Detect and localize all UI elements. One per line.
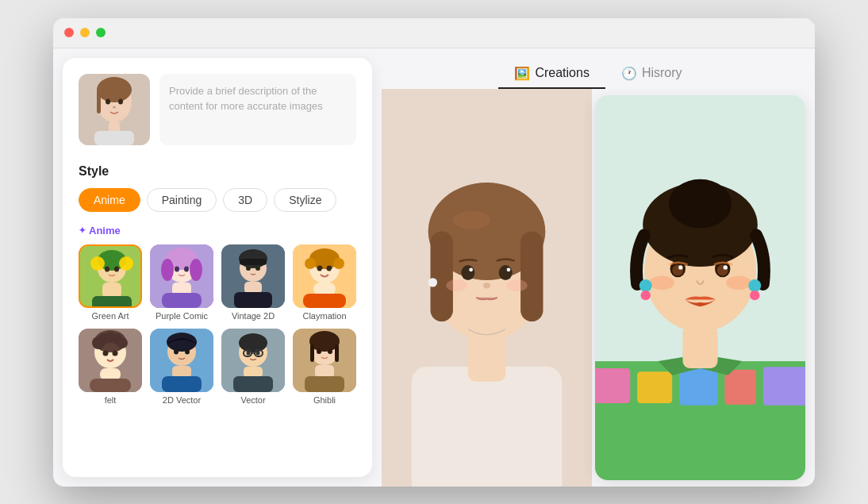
svg-point-94	[469, 267, 473, 271]
tab-creations[interactable]: 🖼️ Creations	[498, 60, 605, 89]
right-panel: 🖼️ Creations 🕐 Hisrory	[382, 48, 815, 487]
style-tabs: Anime Painting 3D Stylize	[79, 188, 356, 212]
anime-section-label: Anime	[79, 225, 356, 237]
svg-point-53	[117, 337, 128, 348]
svg-rect-83	[305, 376, 344, 392]
svg-point-115	[678, 265, 682, 269]
tab-history[interactable]: 🕐 Hisrory	[605, 60, 698, 89]
style-vintage-2d[interactable]: Vintage 2D	[221, 244, 285, 321]
left-panel: Provide a brief description of the conte…	[63, 58, 372, 477]
svg-point-92	[461, 265, 474, 280]
svg-point-39	[333, 258, 344, 269]
svg-point-6	[113, 106, 116, 108]
creations-icon: 🖼️	[514, 66, 530, 81]
style-felt[interactable]: felt	[79, 329, 142, 405]
svg-point-96	[483, 282, 490, 288]
tab-stylize[interactable]: Stylize	[274, 188, 336, 212]
style-2d-vector[interactable]: 2D Vector	[150, 329, 213, 405]
style-thumb-felt	[79, 329, 142, 392]
style-thumb-vintage-2d	[221, 244, 285, 308]
style-claymation[interactable]: Claymation	[293, 244, 356, 321]
images-area	[382, 89, 815, 487]
tab-anime[interactable]: Anime	[79, 188, 140, 212]
style-name-green-art: Green Art	[91, 311, 129, 321]
svg-point-22	[190, 259, 202, 281]
svg-rect-104	[679, 367, 718, 406]
svg-point-13	[119, 256, 133, 271]
svg-point-91	[453, 210, 490, 229]
style-section: Style Anime Painting 3D Stylize Anime	[79, 164, 356, 405]
tab-painting[interactable]: Painting	[147, 188, 217, 212]
svg-point-99	[428, 278, 437, 287]
tab-3d[interactable]: 3D	[223, 188, 267, 212]
description-input[interactable]: Provide a brief description of the conte…	[159, 74, 356, 145]
svg-point-24	[184, 266, 189, 271]
svg-rect-33	[244, 282, 262, 294]
svg-rect-105	[724, 369, 756, 404]
svg-rect-44	[313, 283, 336, 295]
svg-point-55	[113, 350, 118, 356]
svg-rect-107	[682, 326, 717, 368]
maximize-dot[interactable]	[96, 28, 106, 37]
svg-point-121	[748, 279, 761, 291]
style-name-claymation: Claymation	[302, 311, 346, 321]
style-name-felt: felt	[105, 395, 117, 405]
svg-rect-102	[595, 367, 630, 402]
svg-rect-3	[97, 90, 101, 113]
style-thumb-vector	[221, 329, 285, 392]
svg-point-116	[724, 265, 728, 269]
svg-point-32	[255, 266, 260, 271]
svg-point-21	[161, 259, 174, 281]
svg-rect-79	[335, 344, 339, 362]
svg-rect-103	[637, 371, 672, 403]
svg-point-71	[247, 351, 251, 355]
svg-rect-74	[233, 376, 273, 392]
svg-point-93	[499, 265, 513, 280]
style-thumb-green-art	[79, 244, 142, 308]
svg-point-81	[328, 349, 332, 354]
svg-point-98	[506, 279, 528, 291]
style-green-art[interactable]: Green Art	[79, 244, 142, 321]
svg-point-31	[246, 266, 251, 271]
svg-point-38	[305, 258, 316, 269]
svg-point-62	[185, 348, 190, 354]
svg-rect-63	[172, 366, 191, 378]
svg-point-5	[118, 98, 123, 104]
style-vector[interactable]: Vector	[221, 329, 285, 405]
style-thumb-purple-comic	[150, 244, 213, 308]
svg-point-15	[114, 266, 119, 271]
style-thumb-ghibli	[293, 329, 356, 392]
svg-point-119	[639, 279, 652, 291]
creations-label: Creations	[535, 66, 589, 80]
svg-rect-106	[763, 367, 805, 406]
svg-rect-90	[520, 231, 543, 321]
svg-rect-45	[303, 294, 346, 308]
style-name-vector: Vector	[240, 395, 265, 405]
avatar-upload[interactable]	[79, 74, 150, 145]
svg-rect-56	[100, 368, 121, 380]
app-content: Provide a brief description of the conte…	[53, 48, 815, 487]
svg-point-42	[321, 269, 323, 271]
history-icon: 🕐	[621, 66, 637, 81]
titlebar	[53, 18, 815, 48]
svg-point-120	[641, 290, 651, 300]
close-dot[interactable]	[64, 28, 74, 37]
svg-point-67	[239, 333, 267, 352]
svg-rect-82	[315, 365, 334, 378]
svg-point-97	[446, 279, 467, 291]
style-thumb-2d-vector	[150, 329, 213, 392]
svg-point-61	[174, 348, 179, 354]
style-purple-comic[interactable]: Purple Comic	[150, 244, 213, 321]
style-thumb-claymation	[293, 244, 356, 308]
svg-point-23	[175, 266, 179, 271]
svg-rect-34	[234, 292, 272, 308]
right-image-inner	[595, 95, 805, 480]
svg-point-43	[331, 269, 332, 271]
style-title: Style	[79, 164, 356, 179]
style-name-2d-vector: 2D Vector	[163, 395, 201, 405]
style-ghibli[interactable]: Ghibli	[293, 329, 356, 405]
svg-point-12	[90, 256, 105, 271]
svg-rect-8	[94, 131, 134, 145]
svg-point-122	[750, 290, 759, 300]
minimize-dot[interactable]	[80, 28, 90, 37]
